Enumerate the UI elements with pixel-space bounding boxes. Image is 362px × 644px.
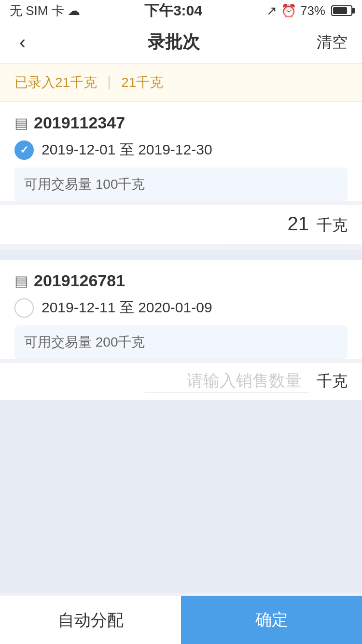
qty-input-wrapper-2: 千克 (0, 363, 362, 400)
status-time: 下午3:04 (144, 1, 202, 21)
nav-bar: ‹ 录批次 清空 (0, 21, 362, 64)
batch-date-2: 2019-12-11 至 2020-01-09 (42, 298, 212, 318)
back-button[interactable]: ‹ (14, 27, 30, 58)
battery-percent: 73% (300, 3, 325, 18)
qty-input-2[interactable] (145, 371, 309, 392)
batch-date-1: 2019-12-01 至 2019-12-30 (42, 140, 212, 160)
batch-header-1: ▤ 2019112347 (14, 113, 348, 132)
batch-icon-1: ▤ (14, 114, 28, 131)
radio-button-2[interactable] (14, 298, 34, 318)
sim-label: 无 SIM 卡 ☁ (10, 2, 80, 19)
bottom-buttons: 自动分配 确定 (0, 596, 362, 644)
location-icon: ↗ (266, 3, 277, 18)
page-title: 录批次 (148, 30, 200, 54)
batch-card-1: ▤ 2019112347 2019-12-01 至 2019-12-30 可用交… (0, 102, 362, 201)
available-qty-2: 可用交易量 200千克 (14, 325, 348, 359)
qty-value-1: 21 (288, 213, 309, 235)
confirm-button[interactable]: 确定 (181, 596, 362, 644)
batch-id-2: 2019126781 (34, 271, 125, 290)
bottom-area (0, 400, 362, 593)
qty-underline-1 (222, 244, 348, 244)
qty-unit-2: 千克 (317, 371, 348, 392)
radio-button-1[interactable] (14, 140, 34, 160)
status-bar: 无 SIM 卡 ☁ 下午3:04 ↗ ⏰ 73% (0, 0, 362, 21)
qty-row-1: 21 千克 (0, 205, 362, 244)
batch-card-2: ▤ 2019126781 2019-12-11 至 2020-01-09 可用交… (0, 260, 362, 359)
batch-date-row-2[interactable]: 2019-12-11 至 2020-01-09 (14, 298, 348, 318)
battery-icon (331, 5, 352, 16)
batch-date-row-1[interactable]: 2019-12-01 至 2019-12-30 (14, 140, 348, 160)
status-right: ↗ ⏰ 73% (266, 3, 352, 18)
clear-button[interactable]: 清空 (317, 32, 348, 53)
available-qty-1: 可用交易量 100千克 (14, 168, 348, 201)
batch-header-2: ▤ 2019126781 (14, 271, 348, 290)
auto-distribute-button[interactable]: 自动分配 (0, 596, 181, 644)
alarm-icon: ⏰ (281, 3, 296, 18)
total-amount: 21千克 (121, 73, 163, 92)
qty-unit-1: 千克 (317, 215, 348, 236)
section-divider (0, 250, 362, 260)
summary-divider (109, 76, 110, 89)
batch-id-1: 2019112347 (34, 113, 125, 132)
status-left: 无 SIM 卡 ☁ (10, 2, 80, 19)
batch-icon-2: ▤ (14, 272, 28, 289)
recorded-amount: 已录入21千克 (14, 73, 97, 92)
summary-bar: 已录入21千克 21千克 (0, 64, 362, 102)
